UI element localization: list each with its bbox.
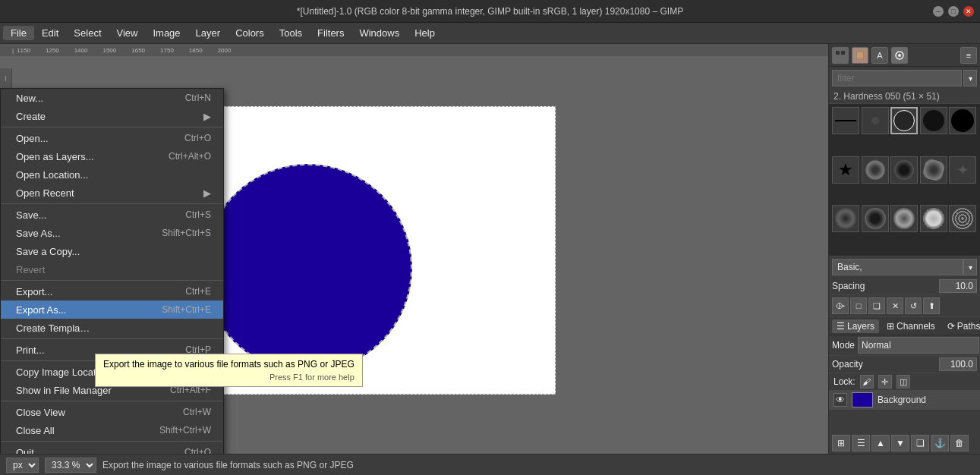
duplicate-layer-button[interactable]: ❏ bbox=[911, 435, 929, 451]
brush-delete-icon[interactable]: ✕ bbox=[887, 297, 903, 314]
lock-alpha-icon[interactable]: ◫ bbox=[896, 375, 910, 388]
circle-selection bbox=[203, 164, 412, 373]
menu-item-open-recent[interactable]: Open Recent ▶ bbox=[1, 184, 223, 202]
tab-paths[interactable]: ⟳ Paths bbox=[943, 319, 980, 333]
zoom-select[interactable]: 33.3 % bbox=[45, 458, 96, 473]
menu-image[interactable]: Image bbox=[145, 26, 187, 40]
new-layer-group-button[interactable]: ⊞ bbox=[832, 435, 850, 451]
panel-menu-icon[interactable]: ≡ bbox=[960, 47, 977, 64]
brush-export-icon[interactable]: ⬆ bbox=[923, 297, 940, 314]
layer-visibility-icon[interactable]: 👁 bbox=[833, 393, 847, 407]
delete-layer-button[interactable]: 🗑 bbox=[950, 435, 969, 451]
menu-help[interactable]: Help bbox=[407, 26, 443, 40]
brush-category-dropdown[interactable]: ▾ bbox=[963, 259, 977, 275]
brush-cell-9[interactable] bbox=[920, 156, 947, 184]
menu-select[interactable]: Select bbox=[66, 26, 109, 40]
menu-item-new[interactable]: New... Ctrl+N bbox=[1, 89, 223, 107]
brush-name: 2. Hardness 050 (51 × 51) bbox=[829, 90, 980, 104]
brush-tool-icons: ⌱ □ ❏ ✕ ↺ ⬆ bbox=[829, 295, 980, 317]
menu-windows[interactable]: Windows bbox=[351, 26, 407, 40]
pattern-fill-icon[interactable] bbox=[891, 47, 908, 64]
layers-stack-icon: ☰ bbox=[837, 321, 845, 332]
new-layer-button[interactable]: ☰ bbox=[852, 435, 870, 451]
brush-cell-14[interactable] bbox=[920, 205, 947, 232]
menu-layer[interactable]: Layer bbox=[188, 26, 228, 40]
lock-pixels-icon[interactable]: 🖌 bbox=[860, 375, 874, 388]
minimize-button[interactable]: ─ bbox=[933, 6, 944, 17]
lower-layer-button[interactable]: ▼ bbox=[891, 435, 909, 451]
brush-duplicate-icon[interactable]: ❏ bbox=[868, 297, 885, 314]
tab-channels[interactable]: ⊞ Channels bbox=[882, 319, 940, 333]
tooltip: Export the image to various file formats… bbox=[95, 354, 363, 387]
brush-cell-15[interactable] bbox=[949, 205, 976, 232]
lock-row: Lock: 🖌 ✛ ◫ bbox=[829, 373, 980, 390]
menu-item-close-view[interactable]: Close View Ctrl+W bbox=[1, 403, 223, 421]
menu-item-create[interactable]: Create ▶ bbox=[1, 107, 223, 125]
svg-rect-0 bbox=[836, 51, 840, 55]
brush-cell-7[interactable] bbox=[862, 156, 889, 184]
menu-colors[interactable]: Colors bbox=[228, 26, 272, 40]
layer-toolbar: ⊞ ☰ ▲ ▼ ❏ ⚓ 🗑 bbox=[829, 433, 980, 454]
brush-new-icon[interactable]: □ bbox=[850, 297, 867, 314]
menu-edit[interactable]: Edit bbox=[34, 26, 66, 40]
color-swatch-icon[interactable] bbox=[852, 47, 868, 64]
menu-tools[interactable]: Tools bbox=[272, 26, 310, 40]
brush-cell-8[interactable] bbox=[890, 156, 918, 184]
filter-row: ▾ bbox=[829, 67, 980, 90]
menu-item-save-copy[interactable]: Save a Copy... bbox=[1, 242, 223, 260]
brush-paint-icon[interactable]: ⌱ bbox=[832, 297, 849, 314]
brush-cell-3-selected[interactable] bbox=[890, 107, 918, 134]
unit-select[interactable]: px bbox=[6, 458, 39, 473]
brush-category-input[interactable] bbox=[832, 259, 963, 275]
menu-item-close-all[interactable]: Close All Shift+Ctrl+W bbox=[1, 421, 223, 439]
brush-cell-4[interactable] bbox=[920, 107, 947, 134]
brush-cell-10[interactable]: ✦ bbox=[949, 156, 976, 184]
brush-cell-13[interactable] bbox=[890, 205, 918, 232]
brush-cell-11[interactable] bbox=[832, 205, 859, 232]
menu-item-save[interactable]: Save... Ctrl+S bbox=[1, 206, 223, 224]
brush-cell-5[interactable] bbox=[949, 107, 976, 134]
lock-position-icon[interactable]: ✛ bbox=[878, 375, 892, 388]
tooltip-main-text: Export the image to various file formats… bbox=[103, 359, 355, 370]
brush-refresh-icon[interactable]: ↺ bbox=[905, 297, 922, 314]
spacing-value-input[interactable] bbox=[939, 279, 977, 293]
spacing-row: Spacing bbox=[829, 278, 980, 295]
filter-input[interactable] bbox=[832, 70, 962, 87]
anchor-layer-button[interactable]: ⚓ bbox=[931, 435, 949, 451]
menu-item-create-template[interactable]: Create Templa… bbox=[1, 319, 223, 337]
tab-layers[interactable]: ☰ Layers bbox=[832, 319, 879, 333]
brush-select-row: ▾ bbox=[829, 256, 980, 278]
opacity-label: Opacity bbox=[832, 359, 936, 370]
text-font-icon[interactable]: A bbox=[871, 47, 888, 64]
brush-options-icon[interactable] bbox=[832, 47, 849, 64]
window-title: *[Untitled]-1.0 (RGB color 8-bit gamma i… bbox=[297, 6, 683, 17]
menu-item-open-location[interactable]: Open Location... bbox=[1, 165, 223, 184]
menu-file[interactable]: File bbox=[3, 26, 34, 40]
menu-item-export[interactable]: Export... Ctrl+E bbox=[1, 282, 223, 300]
menu-item-open[interactable]: Open... Ctrl+O bbox=[1, 129, 223, 147]
brush-cell-1[interactable] bbox=[832, 107, 859, 134]
menu-item-save-as[interactable]: Save As... Shift+Ctrl+S bbox=[1, 224, 223, 242]
opacity-value-input[interactable] bbox=[939, 357, 977, 371]
filter-dropdown-button[interactable]: ▾ bbox=[963, 70, 977, 87]
menu-item-quit[interactable]: Quit Ctrl+Q bbox=[1, 443, 223, 454]
raise-layer-button[interactable]: ▲ bbox=[871, 435, 890, 451]
close-button[interactable]: ✕ bbox=[963, 6, 974, 17]
brush-cell-12[interactable] bbox=[862, 205, 889, 232]
brush-cell-2[interactable] bbox=[862, 107, 889, 134]
lock-label: Lock: bbox=[833, 376, 856, 387]
svg-point-3 bbox=[898, 54, 901, 57]
maximize-button[interactable]: □ bbox=[948, 6, 959, 17]
menu-filters[interactable]: Filters bbox=[310, 26, 351, 40]
menu-item-export-as[interactable]: Export As... Shift+Ctrl+E bbox=[1, 300, 223, 319]
statusbar: px 33.3 % Export the image to various fi… bbox=[0, 454, 980, 475]
menu-item-open-layers[interactable]: Open as Layers... Ctrl+Alt+O bbox=[1, 147, 223, 165]
menu-separator-3 bbox=[1, 280, 223, 281]
mode-select-input[interactable] bbox=[858, 337, 979, 354]
layer-name-label: Background bbox=[878, 395, 975, 405]
ruler-horizontal: | 1150 1250 1400 1500 1650 1750 1850 200… bbox=[0, 44, 828, 56]
menu-view[interactable]: View bbox=[109, 26, 146, 40]
menubar: File Edit Select View Image Layer Colors… bbox=[0, 23, 980, 44]
brush-cell-6[interactable]: ★ bbox=[832, 156, 859, 184]
layer-item-background[interactable]: 👁 Background bbox=[829, 390, 980, 411]
